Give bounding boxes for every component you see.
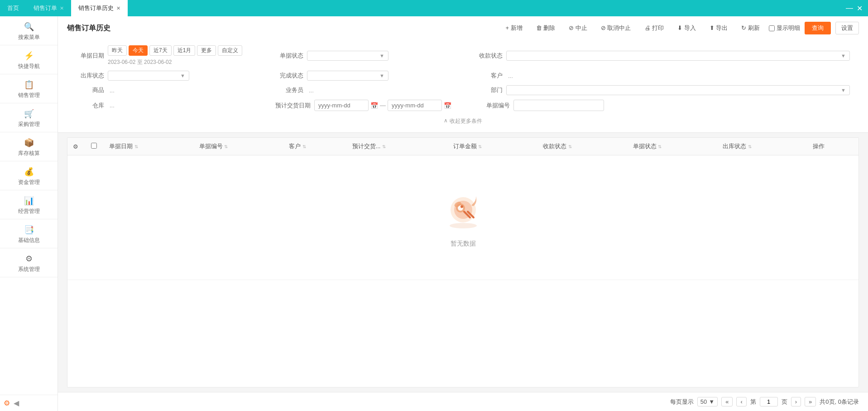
quick-nav-icon: ⚡ [24,51,34,61]
sidebar-item-quick-nav-label: 快捷导航 [18,63,40,70]
delivery-status-arrow-icon: ▼ [180,73,185,78]
inventory-icon: 📦 [24,138,34,148]
payment-status-select[interactable]: ▼ [506,51,850,61]
col-number-sort-icon[interactable]: ⇅ [224,144,228,149]
col-delivery-status-sort-icon[interactable]: ⇅ [748,144,752,149]
col-date[interactable]: 单据日期 ⇅ [104,138,194,155]
page-size-select[interactable]: 50 ▼ [697,397,718,406]
col-expected-delivery[interactable]: 预计交货... ⇅ [347,138,448,155]
warehouse-dots[interactable]: ... [108,102,116,109]
content-area: 销售订单历史 + 新增 🗑 删除 ⊘ 中止 ⊘ 取消中止 🖨 打印 ⬇ 导入 ⬆… [58,16,868,411]
delivery-status-field: ▼ [108,71,262,81]
refresh-button[interactable]: ↻ 刷新 [737,22,764,34]
col-date-sort-icon[interactable]: ⇅ [134,144,138,149]
date-btn-today[interactable]: 今天 [129,45,148,56]
sidebar-item-search-menu-label: 搜索菜单 [18,34,40,41]
fund-mgmt-icon: 💰 [24,167,34,177]
order-status-select[interactable]: ▼ [307,51,388,61]
current-page-input[interactable] [760,397,778,406]
table-settings-icon[interactable]: ⚙ [73,143,78,150]
first-page-button[interactable]: « [721,397,733,406]
total-info: 共0页, 0条记录 [820,398,859,406]
col-delivery-status[interactable]: 出库状态 ⇅ [717,138,807,155]
sidebar-item-inventory[interactable]: 📦 库存核算 [0,132,58,161]
tab-sales-order-close[interactable]: ✕ [60,5,64,11]
col-customer-sort-icon[interactable]: ⇅ [302,144,306,149]
salesperson-dots[interactable]: ... [307,87,316,94]
toolbar: + 新增 🗑 删除 ⊘ 中止 ⊘ 取消中止 🖨 打印 ⬇ 导入 ⬆ 导出 ↻ 刷… [501,22,859,34]
payment-status-field: ▼ [506,51,850,61]
cancel-stop-button[interactable]: ⊘ 取消中止 [596,22,636,34]
settings-button[interactable]: 设置 [835,22,859,34]
order-number-input[interactable] [513,100,604,111]
delivery-status-label: 出库状态 [76,72,108,80]
date-from-input[interactable] [314,100,369,111]
col-order-amount[interactable]: 订单金额 ⇅ [448,138,538,155]
display-detail-checkbox[interactable]: 显示明细 [769,24,800,32]
col-order-status-label: 单据状态 [633,143,657,150]
date-btn-custom[interactable]: 自定义 [218,45,242,56]
payment-status-label: 收款状态 [475,52,506,60]
export-button[interactable]: ⬆ 导出 [705,22,733,34]
tab-home[interactable]: 首页 [0,0,26,16]
query-button[interactable]: 查询 [805,22,831,34]
sidebar-item-basic-info[interactable]: 📑 基础信息 [0,219,58,248]
delivery-status-select[interactable]: ▼ [108,71,189,81]
date-from-calendar-icon[interactable]: 📅 [370,102,378,109]
sidebar-item-sys-mgmt[interactable]: ⚙ 系统管理 [0,248,58,277]
import-button[interactable]: ⬇ 导入 [673,22,700,34]
col-customer[interactable]: 客户 ⇅ [283,138,347,155]
col-order-status-sort-icon[interactable]: ⇅ [658,144,662,149]
top-bar: 首页 销售订单 ✕ 销售订单历史 ✕ — ✕ [0,0,868,16]
topbar-minus-icon[interactable]: — [846,4,853,12]
date-to-calendar-icon[interactable]: 📅 [444,102,451,109]
prev-page-button[interactable]: ‹ [736,397,746,406]
next-page-button[interactable]: › [791,397,801,406]
empty-state-illustration [441,187,486,232]
last-page-button[interactable]: » [805,397,816,406]
table-checkbox-header[interactable] [86,138,104,155]
col-expected-delivery-sort-icon[interactable]: ⇅ [382,144,386,149]
page-size-value: 50 [700,398,707,405]
completion-status-select[interactable]: ▼ [307,71,388,81]
topbar-close-icon[interactable]: ✕ [857,4,863,13]
tab-sales-order-history[interactable]: 销售订单历史 ✕ [71,0,128,16]
date-btn-7days[interactable]: 近7天 [149,45,172,56]
sidebar-item-sales-mgmt[interactable]: 📋 销售管理 [0,74,58,103]
filter-row-4: 仓库 ... 预计交货日期 📅 — 📅 单据编号 [76,100,850,111]
tab-sales-order[interactable]: 销售订单 ✕ [26,0,71,16]
sidebar: 🔍 搜索菜单 ⚡ 快捷导航 📋 销售管理 🛒 采购管理 📦 库存核算 💰 资金管… [0,16,58,411]
collapse-row[interactable]: ∧ 收起更多条件 [76,116,850,127]
stop-button[interactable]: ⊘ 中止 [564,22,592,34]
col-payment-status[interactable]: 收款状态 ⇅ [537,138,628,155]
tab-sales-order-history-close[interactable]: ✕ [116,5,120,11]
date-input-group: 📅 — 📅 [314,100,451,111]
sidebar-item-fund-mgmt[interactable]: 💰 资金管理 [0,161,58,190]
basic-info-icon: 📑 [24,225,34,235]
col-order-amount-sort-icon[interactable]: ⇅ [478,144,482,149]
print-button[interactable]: 🖨 打印 [640,22,669,34]
department-select[interactable]: ▼ [506,85,850,95]
date-btn-more[interactable]: 更多 [197,45,216,56]
sidebar-item-ops-mgmt[interactable]: 📊 经营管理 [0,190,58,219]
col-payment-status-sort-icon[interactable]: ⇅ [568,144,572,149]
date-btn-yesterday[interactable]: 昨天 [108,45,127,56]
product-dots[interactable]: ... [108,87,116,94]
sidebar-item-quick-nav[interactable]: ⚡ 快捷导航 [0,45,58,74]
sidebar-item-purchase-mgmt[interactable]: 🛒 采购管理 [0,103,58,132]
delete-button[interactable]: 🗑 删除 [532,22,560,34]
sidebar-collapse-icon[interactable]: ◀ [14,399,19,407]
customer-dots[interactable]: ... [506,73,515,79]
tab-sales-order-label: 销售订单 [34,4,57,12]
date-to-input[interactable] [388,100,442,111]
sidebar-item-search-menu[interactable]: 🔍 搜索菜单 [0,16,58,45]
col-order-status[interactable]: 单据状态 ⇅ [628,138,718,155]
display-detail-input[interactable] [769,25,775,31]
col-number[interactable]: 单据编号 ⇅ [194,138,284,155]
new-button[interactable]: + 新增 [501,22,527,34]
tab-sales-order-history-label: 销售订单历史 [78,4,114,12]
date-btn-1month[interactable]: 近1月 [173,45,196,56]
sidebar-settings-icon[interactable]: ⚙ [4,399,10,407]
table-settings-header[interactable]: ⚙ [67,138,86,155]
select-all-checkbox[interactable] [91,143,97,149]
